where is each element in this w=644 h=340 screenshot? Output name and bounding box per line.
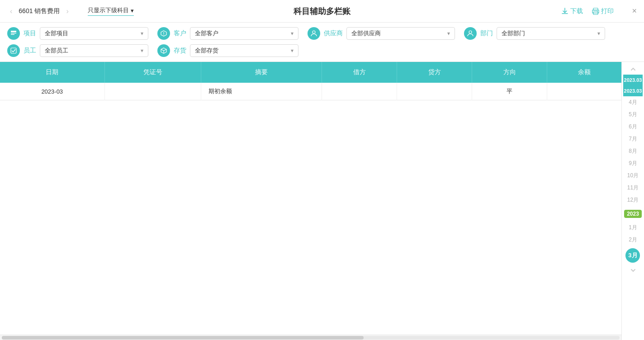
show-sub-arrow: ▾ (131, 7, 134, 14)
department-label: 部门 (480, 29, 493, 38)
table-row[interactable]: 2023-03 期初余额 平 (0, 83, 621, 100)
employee-value: 全部员工 (45, 47, 68, 55)
print-button[interactable]: 打印 (592, 7, 614, 15)
col-balance: 余额 (547, 62, 621, 83)
chevron-up-icon (630, 66, 637, 73)
download-label: 下载 (570, 7, 583, 15)
employee-arrow: ▾ (141, 47, 143, 54)
department-select[interactable]: 全部部门 ▾ (497, 27, 605, 40)
cell-debit (322, 83, 397, 100)
col-voucher: 凭证号 (104, 62, 201, 83)
period-item[interactable]: 4月 (623, 96, 643, 109)
inventory-select[interactable]: 全部存货 ▾ (190, 44, 298, 57)
project-arrow: ▾ (141, 30, 143, 37)
department-icon (464, 27, 477, 40)
supplier-label: 供应商 (324, 29, 343, 38)
col-date: 日期 (0, 62, 104, 83)
account-code-label: 6601 销售费用 (19, 7, 60, 15)
period-item[interactable]: 12月 (623, 194, 643, 206)
supplier-arrow: ▾ (447, 30, 450, 37)
employee-icon (7, 44, 20, 57)
period-item[interactable]: 9月 (623, 157, 643, 170)
close-button[interactable]: × (632, 6, 637, 16)
data-table: 日期 凭证号 摘要 借方 贷方 方向 余额 2023-03 期初余额 平 (0, 62, 621, 100)
department-value: 全部部门 (502, 29, 525, 38)
period-item[interactable]: 2023.03 (623, 75, 643, 85)
supplier-icon (308, 27, 320, 40)
project-filter-row: 项目 全部项目 ▾ (7, 27, 148, 40)
inventory-arrow: ▾ (291, 47, 294, 54)
employee-filter-row: 员工 全部员工 ▾ (7, 44, 148, 57)
svg-rect-4 (11, 31, 16, 32)
svg-rect-6 (11, 34, 14, 35)
title-left: ‹ 6601 销售费用 › 只显示下级科目 ▾ (7, 6, 134, 16)
period-item[interactable]: 1月 (623, 222, 643, 234)
cell-summary: 期初余额 (201, 83, 322, 100)
panel-up-button[interactable] (622, 64, 644, 75)
cell-balance (547, 83, 621, 100)
col-direction: 方向 (472, 62, 547, 83)
supplier-value: 全部供应商 (351, 29, 381, 38)
main-content: 日期 凭证号 摘要 借方 贷方 方向 余额 2023-03 期初余额 平 (0, 62, 644, 340)
period-item[interactable]: 10月 (623, 170, 643, 182)
page-title: 科目辅助多栏账 (294, 6, 350, 17)
title-right: 下载 打印 × (561, 6, 637, 16)
inventory-label: 存货 (174, 47, 186, 55)
supplier-filter-row: 供应商 全部供应商 ▾ (308, 27, 455, 40)
customer-filter-row: 客户 全部客户 ▾ (157, 27, 298, 40)
project-select[interactable]: 全部项目 ▾ (40, 27, 148, 40)
inventory-value: 全部存货 (195, 47, 218, 55)
chevron-down-icon (630, 267, 637, 274)
cell-direction: 平 (472, 83, 547, 100)
panel-down-button[interactable] (622, 265, 644, 276)
period-item[interactable]: 7月 (623, 133, 643, 145)
period-item[interactable]: 2023.03 (623, 85, 643, 96)
scrollbar-thumb (2, 336, 364, 340)
table-body: 2023-03 期初余额 平 (0, 83, 621, 100)
department-filter-row: 部门 全部部门 ▾ (464, 27, 605, 40)
col-summary: 摘要 (201, 62, 322, 83)
period-item[interactable]: 11月 (623, 182, 643, 194)
period-item[interactable]: 2月 (623, 234, 643, 246)
show-sub-toggle[interactable]: 只显示下级科目 ▾ (88, 6, 134, 16)
col-credit: 贷方 (397, 62, 472, 83)
scrollbar-bottom[interactable] (0, 335, 621, 340)
period-item[interactable]: 5月 (623, 109, 643, 121)
period-item[interactable]: 3月 (625, 248, 640, 263)
cell-voucher (104, 83, 201, 100)
show-sub-label: 只显示下级科目 (88, 6, 129, 14)
inventory-filter-row: 存货 全部存货 ▾ (157, 44, 298, 57)
customer-arrow: ▾ (291, 30, 294, 37)
svg-point-9 (469, 31, 472, 33)
employee-select[interactable]: 全部员工 ▾ (40, 44, 148, 57)
right-panel: 2023.032023.034月5月6月7月8月9月10月11月12月20231… (621, 62, 644, 340)
supplier-select[interactable]: 全部供应商 ▾ (346, 27, 455, 40)
department-arrow: ▾ (597, 30, 600, 37)
period-item[interactable]: 2023 (624, 210, 642, 218)
main-window: ‹ 6601 销售费用 › 只显示下级科目 ▾ 科目辅助多栏账 下载 (0, 0, 644, 340)
table-area: 日期 凭证号 摘要 借方 贷方 方向 余额 2023-03 期初余额 平 (0, 62, 621, 340)
cell-credit (397, 83, 472, 100)
col-debit: 借方 (322, 62, 397, 83)
customer-select[interactable]: 全部客户 ▾ (190, 27, 298, 40)
customer-icon (157, 27, 170, 40)
table-empty-space (0, 100, 621, 335)
project-value: 全部项目 (45, 29, 68, 38)
period-list: 2023.032023.034月5月6月7月8月9月10月11月12月20231… (623, 75, 643, 265)
nav-prev-button[interactable]: ‹ (7, 6, 15, 16)
period-item[interactable]: 8月 (623, 145, 643, 157)
svg-point-7 (163, 34, 164, 35)
download-icon (561, 8, 568, 15)
project-label: 项目 (24, 29, 36, 38)
title-bar: ‹ 6601 销售费用 › 只显示下级科目 ▾ 科目辅助多栏账 下载 (0, 0, 644, 23)
svg-point-8 (313, 31, 315, 33)
cell-date: 2023-03 (0, 83, 104, 100)
print-icon (592, 8, 599, 15)
employee-label: 员工 (24, 47, 36, 55)
download-button[interactable]: 下载 (561, 7, 583, 15)
period-item[interactable]: 6月 (623, 121, 643, 133)
scrollbar-track (2, 336, 620, 340)
filters-area: 项目 全部项目 ▾ 客户 全部客户 ▾ (0, 23, 644, 62)
nav-next-button[interactable]: › (63, 6, 71, 16)
inventory-icon (157, 44, 170, 57)
